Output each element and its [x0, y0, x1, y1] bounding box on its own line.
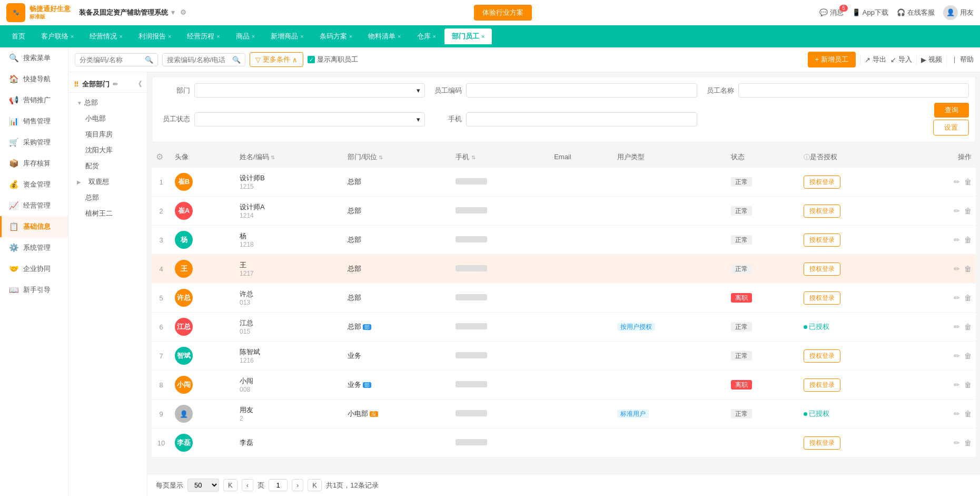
tree-item-shenyang[interactable]: 沈阳大库 — [68, 142, 147, 158]
sort-icon[interactable]: ⇅ — [471, 154, 476, 160]
sidebar-item-guide[interactable]: 📖 新手引导 — [0, 279, 68, 300]
close-icon[interactable]: × — [349, 33, 352, 40]
set-button[interactable]: 设置 — [933, 120, 969, 135]
delete-icon[interactable]: 🗑 — [964, 207, 972, 215]
close-icon[interactable]: × — [119, 33, 122, 40]
edit-icon[interactable]: ✏ — [954, 178, 960, 186]
name-input[interactable] — [738, 83, 969, 98]
auth-login-button[interactable]: 授权登录 — [804, 349, 840, 363]
code-input[interactable] — [466, 83, 697, 98]
edit-icon[interactable]: ✏ — [954, 207, 960, 215]
edit-icon[interactable]: ✏ — [954, 236, 960, 244]
delete-icon[interactable]: 🗑 — [964, 178, 972, 186]
user-item[interactable]: 👤 用友 — [943, 5, 974, 20]
auth-login-button[interactable]: 授权登录 — [804, 291, 840, 305]
tree-item-peihu[interactable]: 配货 — [68, 158, 147, 174]
delete-icon[interactable]: 🗑 — [964, 323, 972, 331]
sidebar-item-marketing[interactable]: 📢 营销推广 — [0, 90, 68, 111]
tree-item-root[interactable]: ▼ 总部 — [68, 95, 147, 111]
sidebar-item-purchase[interactable]: 🛒 采购管理 — [0, 132, 68, 153]
auth-login-button[interactable]: 授权登录 — [804, 262, 840, 276]
per-page-select[interactable]: 50 20 100 — [187, 479, 219, 492]
main-search-input[interactable] — [167, 56, 230, 64]
tree-item-xiaodibu[interactable]: 小电部 — [68, 111, 147, 127]
tab-bom[interactable]: 物料清单 × — [361, 28, 408, 44]
sidebar-item-search[interactable]: 🔍 搜索菜单 — [0, 47, 68, 69]
help-button[interactable]: ｜ 帮助 — [951, 55, 974, 64]
edit-icon[interactable]: ✏ — [954, 352, 960, 360]
close-icon[interactable]: × — [71, 33, 74, 40]
delete-icon[interactable]: 🗑 — [964, 439, 972, 447]
settings-icon[interactable]: ⚙ — [180, 8, 186, 16]
sidebar-item-sales[interactable]: 📊 销售管理 — [0, 111, 68, 132]
more-filter-btn[interactable]: ▽ 更多条件 ∧ — [250, 52, 303, 67]
auth-login-button[interactable]: 授权登录 — [804, 205, 840, 218]
edit-icon[interactable]: ✏ — [954, 294, 960, 302]
add-employee-button[interactable]: + 新增员工 — [808, 52, 856, 67]
tab-customer[interactable]: 客户联络 × — [34, 28, 81, 44]
sidebar-item-collab[interactable]: 🤝 企业协同 — [0, 258, 68, 279]
page-input[interactable] — [269, 479, 288, 491]
dept-select[interactable]: ▾ — [194, 83, 425, 98]
search-icon[interactable]: 🔍 — [232, 56, 241, 64]
edit-icon[interactable]: ✏ — [954, 381, 960, 389]
sort-icon[interactable]: ⇅ — [271, 154, 275, 160]
edit-icon[interactable]: ✏ — [113, 81, 118, 88]
edit-icon[interactable]: ✏ — [954, 439, 960, 447]
tab-process[interactable]: 经营历程 × — [180, 28, 227, 44]
close-icon[interactable]: × — [481, 33, 484, 40]
sort-icon[interactable]: ⇅ — [379, 154, 383, 160]
tab-profit[interactable]: 利润报告 × — [131, 28, 179, 44]
category-search-wrap[interactable]: 🔍 — [75, 53, 158, 66]
sidebar-item-inventory[interactable]: 📦 库存核算 — [0, 153, 68, 174]
tree-item-zhishu[interactable]: 植树王二 — [68, 206, 147, 221]
phone-input[interactable] — [466, 112, 697, 127]
tab-home[interactable]: 首页 — [4, 28, 33, 44]
edit-icon[interactable]: ✏ — [954, 323, 960, 331]
prev-page-button[interactable]: ‹ — [242, 479, 253, 491]
main-search-wrap[interactable]: 🔍 — [162, 53, 245, 66]
delete-icon[interactable]: 🗑 — [964, 236, 972, 244]
tab-new-goods[interactable]: 新增商品 × — [263, 28, 311, 44]
sidebar-item-finance[interactable]: 💰 资金管理 — [0, 174, 68, 195]
sidebar-item-system[interactable]: ⚙️ 系统管理 — [0, 237, 68, 258]
close-icon[interactable]: × — [300, 33, 303, 40]
settings-icon[interactable]: ⚙ — [156, 152, 163, 161]
tab-barcode[interactable]: 条码方案 × — [312, 28, 360, 44]
delete-icon[interactable]: 🗑 — [964, 294, 972, 302]
first-page-button[interactable]: K — [223, 479, 237, 491]
close-icon[interactable]: × — [398, 33, 401, 40]
auth-login-button[interactable]: 授权登录 — [804, 378, 840, 392]
trial-button[interactable]: 体验行业方案 — [474, 5, 532, 21]
delete-icon[interactable]: 🗑 — [964, 381, 972, 389]
next-page-button[interactable]: › — [292, 479, 303, 491]
auth-login-button[interactable]: 授权登录 — [804, 176, 840, 189]
tree-item-project[interactable]: 项目库房 — [68, 127, 147, 142]
show-resigned-checkbox[interactable]: ✓ — [308, 56, 315, 63]
export-button[interactable]: ↗ 导出 — [865, 55, 886, 64]
edit-icon[interactable]: ✏ — [954, 265, 960, 273]
tree-item-shuangluxiang[interactable]: ▶ 双鹿想 — [68, 174, 147, 190]
video-button[interactable]: ▶ 视频 — [921, 55, 942, 64]
close-icon[interactable]: × — [252, 33, 255, 40]
tab-warehouse[interactable]: 仓库 × — [410, 28, 443, 44]
import-button[interactable]: ↙ 导入 — [890, 55, 912, 64]
tree-item-zongbu[interactable]: 总部 — [68, 190, 147, 206]
sys-dropdown-icon[interactable]: ▾ — [171, 8, 175, 16]
service-item[interactable]: 🎧 在线客服 — [897, 8, 935, 17]
edit-icon[interactable]: ✏ — [954, 410, 960, 418]
delete-icon[interactable]: 🗑 — [964, 352, 972, 360]
search-icon[interactable]: 🔍 — [145, 56, 153, 64]
auth-login-button[interactable]: 授权登录 — [804, 234, 840, 247]
collapse-icon[interactable]: 《 — [135, 80, 142, 89]
query-button[interactable]: 查询 — [934, 103, 969, 118]
delete-icon[interactable]: 🗑 — [964, 265, 972, 273]
delete-icon[interactable]: 🗑 — [964, 410, 972, 418]
sidebar-item-basic[interactable]: 📋 基础信息 — [0, 216, 68, 237]
status-select[interactable]: ▾ — [194, 112, 425, 127]
tab-goods[interactable]: 商品 × — [229, 28, 262, 44]
category-search-input[interactable] — [80, 56, 143, 64]
tab-employees[interactable]: 部门员工 × — [444, 28, 492, 44]
tab-operation[interactable]: 经营情况 × — [82, 28, 130, 44]
auth-login-button[interactable]: 授权登录 — [804, 436, 840, 450]
